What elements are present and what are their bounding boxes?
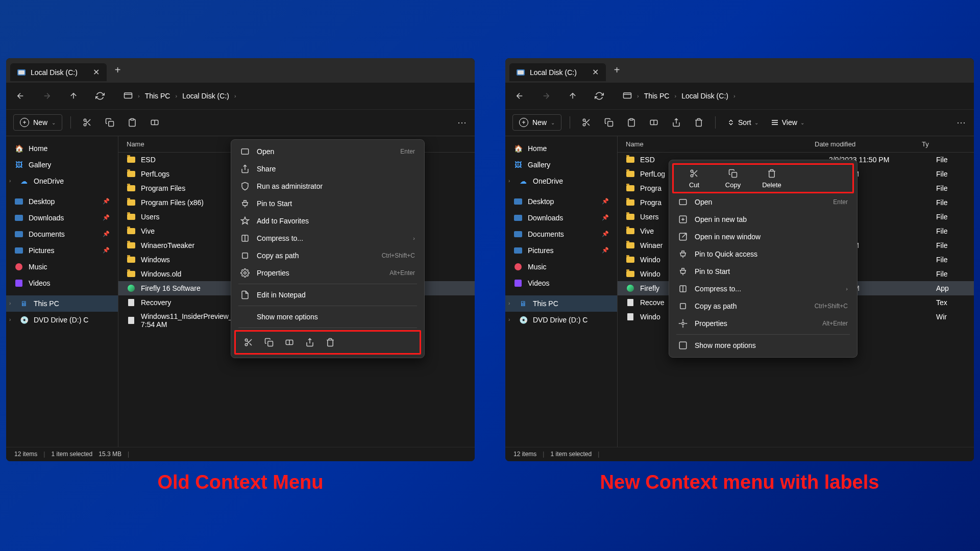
sidebar-documents[interactable]: Documents📌 (505, 226, 617, 242)
ctx-more[interactable]: Show more options (234, 308, 421, 325)
titlebar: Local Disk (C:) ✕ + (505, 58, 974, 83)
ctx-compress[interactable]: Compress to...› (234, 230, 421, 247)
cut-icon[interactable] (79, 114, 95, 131)
refresh-button[interactable] (591, 88, 607, 104)
ctx-properties[interactable]: PropertiesAlt+Enter (234, 264, 421, 282)
breadcrumb[interactable]: › This PC › Local Disk (C:) › (124, 91, 236, 101)
file-icon (626, 227, 635, 236)
ctx-newtab[interactable]: Open in new tab (672, 211, 854, 228)
ctx-copypath[interactable]: Copy as pathCtrl+Shift+C (672, 297, 854, 315)
new-button[interactable]: + New ⌄ (512, 114, 561, 131)
sidebar-gallery[interactable]: 🖼Gallery (505, 157, 617, 173)
sidebar-home[interactable]: 🏠Home (505, 140, 617, 157)
ctx-pinstart[interactable]: Pin to Start (234, 195, 421, 212)
more-button[interactable]: ⋯ (457, 117, 468, 128)
ctx-runas[interactable]: Run as administrator (234, 178, 421, 195)
up-button[interactable] (565, 88, 581, 104)
ctx-cut-labeled[interactable]: Cut (680, 168, 708, 189)
close-tab-icon[interactable]: ✕ (93, 67, 100, 77)
ctx-open[interactable]: OpenEnter (234, 143, 421, 160)
sidebar-dvd[interactable]: ›💿DVD Drive (D:) C (6, 312, 118, 328)
sidebar-documents[interactable]: Documents📌 (6, 226, 118, 242)
ctx-share[interactable]: Share (234, 160, 421, 178)
col-date[interactable]: Date modified (815, 140, 922, 148)
delete-icon[interactable] (324, 336, 337, 349)
rename-icon[interactable] (283, 336, 296, 349)
crumb-drive[interactable]: Local Disk (C:) (681, 92, 728, 100)
refresh-button[interactable] (92, 88, 108, 104)
new-button[interactable]: + New ⌄ (13, 114, 62, 131)
sidebar-pictures[interactable]: Pictures📌 (505, 242, 617, 259)
sidebar-desktop[interactable]: Desktop📌 (6, 193, 118, 210)
sidebar-gallery[interactable]: 🖼Gallery (6, 157, 118, 173)
share-icon[interactable] (303, 336, 316, 349)
file-type: App (936, 284, 966, 292)
ctx-properties[interactable]: PropertiesAlt+Enter (672, 315, 854, 332)
file-icon (127, 212, 136, 221)
back-button[interactable] (12, 88, 29, 104)
statusbar: 12 items | 1 item selected 15.3 MB | (6, 447, 475, 461)
sidebar-dvd[interactable]: ›💿DVD Drive (D:) C (505, 312, 617, 328)
ctx-more[interactable]: Show more options (672, 337, 854, 354)
crumb-drive[interactable]: Local Disk (C:) (182, 92, 229, 100)
file-type: File (936, 227, 966, 235)
ctx-notepad[interactable]: Edit in Notepad (234, 286, 421, 304)
sort-button[interactable]: Sort⌄ (724, 116, 762, 129)
col-name[interactable]: Name (626, 140, 815, 148)
forward-button[interactable] (39, 88, 55, 104)
ctx-copypath[interactable]: Copy as pathCtrl+Shift+C (234, 247, 421, 264)
sidebar-home[interactable]: 🏠Home (6, 140, 118, 157)
delete-icon[interactable] (691, 114, 707, 131)
sidebar-music[interactable]: Music (505, 259, 617, 275)
close-tab-icon[interactable]: ✕ (592, 67, 599, 77)
column-header[interactable]: Name Date modified Ty (618, 136, 974, 153)
copy-icon[interactable] (601, 114, 617, 131)
cut-icon[interactable] (578, 114, 595, 131)
view-button[interactable]: View⌄ (768, 116, 807, 129)
copy-icon[interactable] (102, 114, 118, 131)
paste-icon[interactable] (623, 114, 640, 131)
forward-button[interactable] (538, 88, 554, 104)
sidebar-onedrive[interactable]: ›☁OneDrive (6, 173, 118, 189)
sidebar-onedrive[interactable]: ›☁OneDrive (505, 173, 617, 189)
sidebar-downloads[interactable]: Downloads📌 (6, 210, 118, 226)
sidebar-desktop[interactable]: Desktop📌 (505, 193, 617, 210)
file-icon (626, 312, 635, 321)
rename-icon[interactable] (146, 114, 163, 131)
copy-icon[interactable] (262, 336, 276, 349)
sidebar-videos[interactable]: Videos (505, 275, 617, 291)
ctx-pinquick[interactable]: Pin to Quick access (672, 245, 854, 263)
paste-icon[interactable] (124, 114, 140, 131)
back-button[interactable] (511, 88, 528, 104)
more-button[interactable]: ⋯ (957, 117, 967, 128)
cut-icon[interactable] (242, 336, 255, 349)
share-icon[interactable] (668, 114, 684, 131)
svg-point-1 (84, 119, 86, 121)
sidebar-thispc[interactable]: ›🖥This PC (505, 295, 617, 312)
ctx-pinstart[interactable]: Pin to Start (672, 263, 854, 280)
file-type: File (936, 241, 966, 249)
tab-title: Local Disk (C:) (530, 68, 577, 77)
sidebar-pictures[interactable]: Pictures📌 (6, 242, 118, 259)
file-type: File (936, 170, 966, 178)
crumb-thispc[interactable]: This PC (644, 92, 670, 100)
crumb-thispc[interactable]: This PC (145, 92, 170, 100)
ctx-delete-labeled[interactable]: Delete (757, 168, 786, 189)
ctx-newwindow[interactable]: Open in new window (672, 228, 854, 245)
col-type[interactable]: Ty (922, 140, 966, 148)
sidebar-downloads[interactable]: Downloads📌 (505, 210, 617, 226)
ctx-copy-labeled[interactable]: Copy (719, 168, 747, 189)
sidebar-thispc[interactable]: ›🖥This PC (6, 295, 118, 312)
rename-icon[interactable] (646, 114, 662, 131)
new-tab-button[interactable]: + (115, 64, 121, 76)
ctx-compress[interactable]: Compress to...› (672, 280, 854, 297)
tab-local-disk[interactable]: Local Disk (C:) ✕ (509, 63, 606, 81)
ctx-open[interactable]: OpenEnter (672, 193, 854, 211)
new-tab-button[interactable]: + (614, 64, 620, 76)
up-button[interactable] (65, 88, 82, 104)
tab-local-disk[interactable]: Local Disk (C:) ✕ (10, 63, 107, 81)
breadcrumb[interactable]: › This PC › Local Disk (C:) › (623, 91, 736, 101)
sidebar-videos[interactable]: Videos (6, 275, 118, 291)
sidebar-music[interactable]: Music (6, 259, 118, 275)
ctx-favorites[interactable]: Add to Favorites (234, 212, 421, 230)
